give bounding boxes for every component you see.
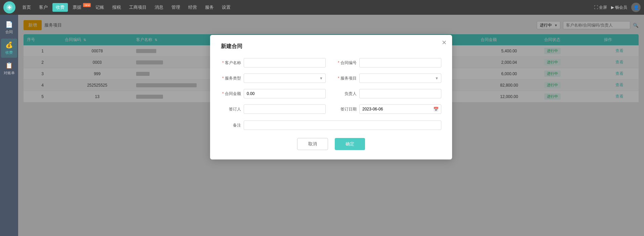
signatory-input[interactable] [244,104,326,114]
sidebar: 📄 合同 💰 收费 📋 对账单 [0,15,18,236]
sidebar-label-statement: 对账单 [4,70,15,76]
form-row-responsible: 负责人 [336,89,441,98]
sidebar-item-contract[interactable]: 📄 合同 [1,18,17,37]
sidebar-label-fee: 收费 [5,50,13,55]
contract-amount-label: 合同金额 [221,91,241,97]
member-btn[interactable]: ▶ 畅会员 [611,5,627,10]
customer-name-label: 客户名称 [221,60,241,66]
contract-number-input[interactable] [359,58,441,67]
cancel-button[interactable]: 取消 [297,138,328,150]
nav-settings[interactable]: 设置 [218,3,234,12]
nav-bill[interactable]: 票据 new [69,3,91,12]
service-item-wrapper: ▼ [359,74,441,83]
modal-footer: 取消 确定 [221,138,441,150]
service-type-wrapper: ▼ [244,74,326,83]
service-type-select[interactable] [244,74,326,83]
modal-close-button[interactable]: ✕ [442,39,447,46]
nav-home[interactable]: 首页 [19,3,34,12]
sign-date-input[interactable] [359,104,441,114]
form-row-service-type: 服务类型 ▼ [221,74,326,83]
nav-manage[interactable]: 管理 [168,3,184,12]
sidebar-item-fee[interactable]: 💰 收费 [1,39,17,58]
customer-name-input[interactable] [244,58,326,67]
fullscreen-btn[interactable]: ⛶ 全屏 [594,5,607,10]
sidebar-item-statement[interactable]: 📋 对账单 [1,59,17,78]
new-contract-modal: ✕ 新建合同 客户名称 合同编号 服务类型 [210,35,452,159]
form-grid: 客户名称 合同编号 服务类型 ▼ [221,58,441,114]
content-area: 新增 服务项目 进行中 已完成 已终止 🔍 序号 合同编码 ⇅ 客户名称 ⇅ [18,15,644,236]
nav-service[interactable]: 服务 [202,3,217,12]
service-item-label: 服务项目 [336,76,357,81]
avatar[interactable]: 👤 [631,3,641,12]
form-row-contract-num: 合同编号 [336,58,441,67]
form-row-sign-date: 签订日期 📅 [336,104,441,114]
nav-tax[interactable]: 报税 [109,3,124,12]
statement-icon: 📋 [5,62,13,69]
modal-title: 新建合同 [221,43,441,50]
responsible-person-label: 负责人 [336,91,357,97]
form-row-notes: 备注 [221,121,441,130]
new-badge: new [83,3,91,7]
nav-client[interactable]: 客户 [36,3,51,12]
app-logo [3,1,15,13]
notes-label: 备注 [221,123,241,128]
form-row-signatory: 签订人 [221,104,326,114]
nav-commerce[interactable]: 工商项目 [126,3,150,12]
contract-number-label: 合同编号 [336,60,357,66]
contract-icon: 📄 [5,21,13,28]
modal-overlay: ✕ 新建合同 客户名称 合同编号 服务类型 [18,15,644,236]
service-type-label: 服务类型 [221,76,241,81]
nav-right: ⛶ 全屏 ▶ 畅会员 👤 [594,3,641,12]
sign-date-wrapper: 📅 [359,104,441,114]
confirm-button[interactable]: 确定 [335,138,365,150]
top-nav: 首页 客户 收费 票据 new 记账 报税 工商项目 消息 管理 经营 服务 设… [0,0,644,15]
signatory-label: 签订人 [221,106,241,112]
responsible-person-input[interactable] [359,89,441,98]
form-row-customer: 客户名称 [221,58,326,67]
service-item-select[interactable] [359,74,441,83]
contract-amount-input[interactable] [244,89,326,98]
sign-date-label: 签订日期 [336,106,357,112]
fee-icon: 💰 [5,41,13,49]
form-row-amount: 合同金额 [221,89,326,98]
notes-input[interactable] [244,121,441,130]
nav-fee[interactable]: 收费 [52,3,68,12]
nav-message[interactable]: 消息 [151,3,167,12]
nav-items: 首页 客户 收费 票据 new 记账 报税 工商项目 消息 管理 经营 服务 设… [19,3,594,12]
sidebar-label-contract: 合同 [5,30,13,35]
nav-operate[interactable]: 经营 [185,3,200,12]
nav-bookkeep[interactable]: 记账 [92,3,108,12]
main-layout: 📄 合同 💰 收费 📋 对账单 新增 服务项目 进行中 已完成 已终止 [0,15,644,236]
form-row-service-item: 服务项目 ▼ [336,74,441,83]
